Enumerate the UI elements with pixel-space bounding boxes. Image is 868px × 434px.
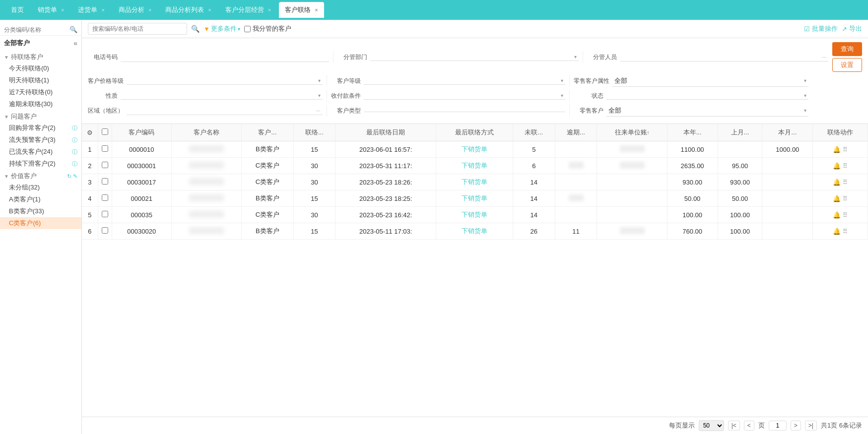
phone-action-icon-4[interactable]: 🔔 [833, 211, 841, 219]
more-action-icon-4[interactable]: ⠿ [843, 211, 848, 219]
column-overdue[interactable]: 逾期... [555, 124, 597, 141]
retail-attr-select[interactable]: 全部 ▾ [612, 75, 808, 87]
nav-tab-purchase[interactable]: 进货单 × [72, 2, 110, 18]
nav-tab-product-analysis[interactable]: 商品分析 × [113, 2, 157, 18]
phone-action-icon-3[interactable]: 🔔 [833, 195, 841, 202]
column-account[interactable]: 往来单位账↑ [597, 124, 667, 141]
manager-select[interactable]: ··· [620, 53, 828, 62]
sidebar-item-today[interactable]: 今天待联络(0) [0, 62, 81, 74]
nav-tab-customer-tier[interactable]: 客户分层经营 × [219, 2, 277, 18]
sidebar-item-c-class[interactable]: C类客户(6) [0, 217, 81, 229]
sidebar-item-7days[interactable]: 近7天待联络(0) [0, 86, 81, 98]
sidebar-item-churn-warning[interactable]: 流失预警客户(3) ⓘ [0, 134, 81, 146]
column-this-month[interactable]: 本月... [762, 124, 813, 141]
row-last-method-2[interactable]: 下销货单 [436, 174, 513, 190]
set-button[interactable]: 设置 [832, 58, 862, 72]
sidebar-item-declining[interactable]: 持续下滑客户(2) ⓘ [0, 158, 81, 170]
phone-action-icon-0[interactable]: 🔔 [833, 146, 841, 153]
sidebar-item-churned[interactable]: 已流失客户(24) ⓘ [0, 146, 81, 158]
column-year-amount[interactable]: 本年... [667, 124, 718, 141]
phone-action-icon-2[interactable]: 🔔 [833, 179, 841, 186]
phone-action-icon-1[interactable]: 🔔 [833, 162, 841, 170]
region-select[interactable]: ··· [127, 107, 323, 115]
contact-method-link-3[interactable]: 下销货单 [462, 194, 487, 202]
column-type[interactable]: 客户... [242, 124, 293, 141]
row-last-method-4[interactable]: 下销货单 [436, 207, 513, 223]
sidebar-item-a-class[interactable]: A类客户(1) [0, 193, 81, 205]
nav-tab-product-list[interactable]: 商品分析列表 × [159, 2, 217, 18]
nav-home[interactable]: 首页 [5, 3, 30, 16]
nav-tab-sales[interactable]: 销货单 × [32, 2, 70, 18]
page-number-input[interactable] [769, 421, 787, 431]
row-last-method-3[interactable]: 下销货单 [436, 190, 513, 207]
edit-icon[interactable]: ✎ [73, 173, 77, 180]
column-gear[interactable]: ⚙ [82, 124, 98, 141]
group-pending-contact[interactable]: ▼ 待联络客户 [0, 51, 81, 62]
sidebar-search-input[interactable] [4, 26, 67, 33]
per-page-select[interactable]: 50 100 200 [699, 420, 724, 431]
retail-select[interactable]: 全部 ▾ [606, 105, 808, 117]
contact-method-link-2[interactable]: 下销货单 [462, 178, 487, 186]
close-tab-ct-icon[interactable]: × [268, 7, 271, 13]
row-checkbox-3[interactable] [98, 190, 112, 207]
more-action-icon-2[interactable]: ⠿ [843, 179, 848, 186]
contact-method-link-5[interactable]: 下销货单 [462, 227, 487, 235]
sidebar-item-tomorrow[interactable]: 明天待联络(1) [0, 74, 81, 86]
last-page-button[interactable]: >| [805, 421, 817, 431]
row-last-method-1[interactable]: 下销货单 [436, 158, 513, 174]
row-checkbox-4[interactable] [98, 207, 112, 223]
my-customers-checkbox[interactable]: 我分管的客户 [244, 24, 291, 33]
refresh-icon[interactable]: ↻ [67, 173, 71, 180]
nav-tab-customer-contact[interactable]: 客户联络 × [279, 2, 324, 18]
contact-method-link-0[interactable]: 下销货单 [462, 145, 487, 153]
prev-page-button[interactable]: < [744, 421, 754, 431]
column-last-month[interactable]: 上月... [718, 124, 762, 141]
my-customers-check[interactable] [244, 26, 251, 32]
contact-method-link-1[interactable]: 下销货单 [462, 162, 487, 169]
collapse-icon[interactable]: « [73, 39, 77, 47]
filter-search-button[interactable]: 🔍 [191, 25, 200, 33]
column-contact-days[interactable]: 联络... [293, 124, 335, 141]
column-name[interactable]: 客户名称 [171, 124, 241, 141]
table-settings-icon[interactable]: ⚙ [87, 129, 93, 136]
close-tab-pa-icon[interactable]: × [148, 7, 151, 13]
group-value-customers[interactable]: ▼ 价值客户 ↻ ✎ [0, 170, 81, 182]
more-action-icon-0[interactable]: ⠿ [843, 146, 848, 153]
select-all-checkbox[interactable] [102, 128, 108, 135]
customer-type-select[interactable] [364, 110, 566, 112]
nature-select[interactable]: ▾ [121, 92, 323, 100]
more-action-icon-5[interactable]: ⠿ [843, 228, 848, 235]
phone-input[interactable] [121, 53, 329, 62]
row-checkbox-1[interactable] [98, 158, 112, 174]
export-button[interactable]: ↗ 导出 [842, 24, 862, 33]
phone-action-icon-5[interactable]: 🔔 [833, 228, 841, 235]
column-code[interactable]: 客户编码 [112, 124, 171, 141]
group-problem-customers[interactable]: ▼ 问题客户 [0, 110, 81, 122]
all-customers-title[interactable]: 全部客户 « [0, 36, 81, 51]
dept-select[interactable]: ▾ [370, 53, 579, 61]
more-action-icon-3[interactable]: ⠿ [843, 195, 848, 202]
more-action-icon-1[interactable]: ⠿ [843, 162, 848, 170]
first-page-button[interactable]: |< [728, 421, 740, 431]
sidebar-item-repurchase-abnormal[interactable]: 回购异常客户(2) ⓘ [0, 122, 81, 134]
price-grade-select[interactable]: ▾ [127, 77, 323, 85]
row-checkbox-5[interactable] [98, 223, 112, 240]
batch-operation-button[interactable]: ☑ 批量操作 [804, 24, 838, 33]
next-page-button[interactable]: > [791, 421, 801, 431]
close-tab-purchase-icon[interactable]: × [101, 7, 104, 13]
column-last-contact-method[interactable]: 最后联络方式 [436, 124, 513, 141]
row-last-method-0[interactable]: 下销货单 [436, 141, 513, 158]
row-checkbox-0[interactable] [98, 141, 112, 158]
sidebar-item-b-class[interactable]: B类客户(33) [0, 205, 81, 217]
row-checkbox-2[interactable] [98, 174, 112, 190]
close-tab-pl-icon[interactable]: × [208, 7, 211, 13]
sidebar-item-overdue-contact[interactable]: 逾期未联络(30) [0, 98, 81, 110]
filter-search-input[interactable] [88, 23, 187, 35]
column-checkbox[interactable] [98, 124, 112, 141]
close-tab-sales-icon[interactable]: × [61, 7, 64, 13]
close-tab-cc-icon[interactable]: × [315, 7, 318, 13]
sidebar-item-ungroup[interactable]: 未分组(32) [0, 182, 81, 193]
column-uncontact[interactable]: 未联... [513, 124, 555, 141]
sidebar-search-icon[interactable]: 🔍 [69, 26, 77, 33]
column-last-contact-date[interactable]: 最后联络日期 [335, 124, 436, 141]
